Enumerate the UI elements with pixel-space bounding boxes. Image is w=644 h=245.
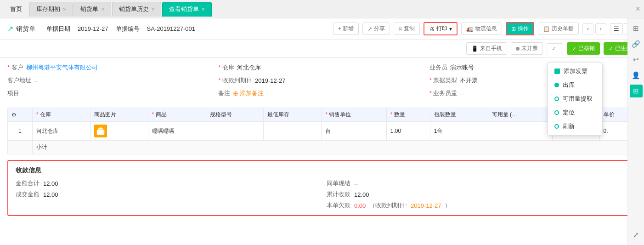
salesperson-value: 演示账号 — [450, 63, 474, 72]
add-invoice-icon — [554, 68, 560, 74]
row-min-stock — [264, 122, 322, 141]
col-pkg-qty: 包装数量 — [430, 108, 488, 122]
payment-title: 收款信息 — [16, 166, 628, 175]
form-row-1: 客户 柳州粤港平安气体有限公司 仓库 河北仓库 业务员 演示账号 — [7, 63, 637, 72]
total-amount-value: 12.00 — [43, 180, 58, 187]
already-sold-label: 已核销 — [578, 45, 595, 52]
cumulative-row: 累计收款 12.00 — [327, 190, 628, 199]
toolbar-row: 📱 来自手机 未开票 ✓ ✓ 已核销 ✓ 已生效 — [0, 40, 644, 58]
dropdown-menu: 添加发票 出库 可用量提取 定位 刷新 — [548, 62, 603, 136]
new-button[interactable]: + 新增 — [333, 23, 359, 35]
not-open-button[interactable]: 未开票 — [511, 42, 543, 55]
due-date-value: 2019-12-27 — [411, 202, 441, 209]
ticket-type-label: 票据类型 — [429, 76, 458, 85]
tab-home[interactable]: 首页 — [4, 2, 28, 17]
share-button[interactable]: ↗ 分享 — [362, 23, 390, 35]
window-close-button[interactable]: × — [635, 4, 640, 14]
row-qty: 1.00 — [386, 122, 430, 141]
number-value: SA-20191227-001 — [147, 25, 196, 32]
col-product: * 商品 — [148, 108, 206, 122]
logistics-icon: 🚛 — [466, 26, 473, 32]
sidebar-icon-3[interactable]: ↩ — [630, 53, 643, 66]
row-spec — [206, 122, 264, 141]
customer-field: 客户 柳州粤港平安气体有限公司 — [7, 63, 215, 72]
history-button[interactable]: 📋 历史单据 — [538, 23, 579, 35]
view-sales-label: 查看销货单 — [169, 5, 199, 13]
customer-label: 客户 — [7, 63, 23, 72]
salesperson2-field: 业务员孟 -- — [429, 89, 637, 97]
address-field: 客户地址 -- — [7, 76, 215, 85]
print-button[interactable]: 🖨 打印 ▾ — [424, 22, 458, 35]
tab-sales[interactable]: 销货单 × — [73, 2, 111, 17]
address-value: -- — [34, 77, 38, 84]
total-amount-label: 金额合计 — [16, 179, 40, 188]
col-qty: * 数量 — [386, 108, 430, 122]
document-actions: + 新增 ↗ 分享 ⎘ 复制 🖨 打印 ▾ 🚛 物流信息 ⊞ 操作 — [333, 22, 637, 35]
close-view-sales-icon[interactable]: × — [202, 6, 204, 12]
cumulative-value: 12.00 — [354, 191, 369, 198]
next-arrow[interactable]: › — [595, 23, 606, 34]
close-inventory-icon[interactable]: × — [63, 6, 66, 12]
logistics-button[interactable]: 🚛 物流信息 — [461, 23, 502, 35]
current-owed-value: 0.00 — [354, 202, 366, 209]
row-available — [488, 122, 552, 141]
dropdown-add-invoice[interactable]: 添加发票 — [548, 64, 602, 78]
sidebar-icon-2[interactable]: 🔗 — [630, 38, 643, 51]
add-invoice-label: 添加发票 — [564, 67, 588, 75]
col-gear: ⚙ — [8, 108, 32, 122]
col-unit: * 销售单位 — [322, 108, 386, 122]
check-button[interactable]: ✓ — [547, 43, 563, 54]
dropdown-refresh[interactable]: 刷新 — [548, 120, 602, 133]
tab-sales-history[interactable]: 销货单历史 × — [112, 2, 161, 17]
prev-arrow[interactable]: ‹ — [582, 23, 593, 34]
copy-label: 复制 — [404, 25, 415, 33]
note-field: 备注 ⊕ 添加备注 — [218, 89, 425, 97]
refresh-icon — [554, 124, 559, 129]
form-row-2: 客户地址 -- 收款到期日 2019-12-27 票据类型 不开票 — [7, 76, 637, 85]
col-available: 可用量 (… — [488, 108, 552, 122]
due-date-text: （收款到期日: — [369, 201, 407, 210]
total-amount-row: 金额合计 12.00 — [16, 179, 317, 188]
sidebar-icon-5[interactable]: ⊞ — [630, 85, 643, 97]
customer-value[interactable]: 柳州粤港平安气体有限公司 — [26, 63, 98, 72]
date-value: 2019-12-27 — [78, 25, 108, 32]
col-image: 商品图片 — [90, 108, 148, 122]
dropdown-available-qty[interactable]: 可用量提取 — [548, 92, 602, 106]
project-label: 项目 — [7, 89, 19, 97]
salesperson2-value: -- — [460, 90, 464, 97]
transaction-amount-row: 成交金额 12.00 — [16, 190, 317, 199]
inventory-label: 库存期初 — [36, 5, 60, 13]
check-sold-icon: ✓ — [572, 46, 576, 52]
tab-inventory[interactable]: 库存期初 × — [29, 2, 73, 17]
warehouse-value: 河北仓库 — [237, 63, 261, 72]
grid-icon: ⊞ — [511, 26, 516, 32]
close-sales-icon[interactable]: × — [101, 6, 104, 12]
list-view-button[interactable]: ☰ — [610, 23, 623, 34]
locate-label: 定位 — [563, 108, 575, 117]
sidebar-icon-expand[interactable]: ⤢ — [630, 228, 643, 241]
payment-section: 收款信息 金额合计 12.00 同单现结 -- 成交金额 12.00 累计收款 … — [7, 160, 637, 216]
add-note-button[interactable]: ⊕ 添加备注 — [233, 89, 264, 97]
dropdown-locate[interactable]: 定位 — [548, 106, 602, 120]
copy-button[interactable]: ⎘ 复制 — [394, 23, 420, 35]
subtotal-label: 小计 — [32, 141, 636, 154]
check-effect-icon: ✓ — [609, 46, 613, 52]
operate-button[interactable]: ⊞ 操作 — [506, 22, 534, 35]
current-owed-row — [16, 201, 317, 210]
dropdown-ship-out[interactable]: 出库 — [548, 78, 602, 92]
sidebar-icon-4[interactable]: 👤 — [630, 69, 643, 82]
project-field: 项目 -- — [7, 89, 215, 97]
history-icon: 📋 — [543, 26, 550, 32]
salesperson-label: 业务员 — [429, 63, 447, 72]
share-label: 分享 — [374, 25, 385, 33]
tab-view-sales[interactable]: 查看销货单 × — [162, 2, 211, 17]
operate-label: 操作 — [518, 25, 529, 33]
available-qty-label: 可用量提取 — [563, 95, 593, 103]
already-sold-button[interactable]: ✓ 已核销 — [567, 42, 600, 55]
subtotal-row: 小计 — [8, 141, 636, 154]
close-history-icon[interactable]: × — [152, 6, 154, 12]
sales-label: 销货单 — [80, 5, 98, 13]
sidebar-icon-1[interactable]: ⊞ — [630, 22, 643, 35]
from-phone-button[interactable]: 📱 来自手机 — [466, 42, 507, 55]
history-label: 历史单据 — [552, 25, 574, 33]
